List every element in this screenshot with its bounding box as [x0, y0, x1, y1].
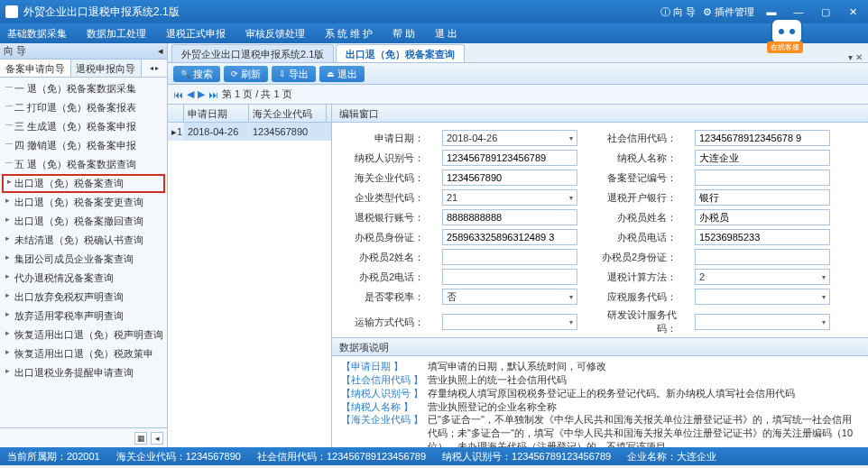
nav-tree-item[interactable]: 未结清退（免）税确认书查询	[2, 231, 165, 250]
qylx-select[interactable]: 21▾	[442, 189, 577, 206]
status-hq: 海关企业代码：1234567890	[116, 450, 241, 463]
grid-header: 申请日期 海关企业代码	[168, 105, 331, 123]
nsrsbh-input[interactable]	[442, 150, 577, 166]
nav-tree-item[interactable]: 五 退（免）税备案数据查询	[2, 155, 165, 174]
bsdh-label: 办税员电话：	[596, 231, 677, 244]
nsrmc-input[interactable]	[695, 150, 830, 166]
tskh-input[interactable]	[695, 189, 830, 206]
export-button[interactable]: ⇩导出	[272, 66, 316, 82]
menu-item[interactable]: 审核反馈处理	[245, 27, 305, 41]
mascot-badge: 在线客服	[767, 41, 803, 53]
doc-tab-query[interactable]: 出口退（免）税备案查询	[336, 44, 465, 62]
dropdown-icon: ▾	[822, 318, 826, 326]
bsy2dh-input[interactable]	[442, 269, 577, 285]
guide-link[interactable]: ⓘ 向 导	[660, 5, 696, 19]
nav-tree-item[interactable]: 出口退（免）税备案查询	[2, 174, 165, 193]
desc-value: 存量纳税人填写原国税税务登记证上的税务登记代码。新办纳税人填写社会信用代码	[428, 387, 795, 400]
tsjsff-select[interactable]: 2▾	[695, 269, 830, 285]
nav-tree-item[interactable]: 恢复适用出口退（免）税政策申	[2, 344, 165, 363]
nav-tree-item[interactable]: 集团公司成员企业备案查询	[2, 250, 165, 269]
nav-tree-item[interactable]: 出口退（免）税备案变更查询	[2, 193, 165, 212]
desc-title: 数据项说明	[332, 338, 868, 356]
yssw-select[interactable]: ▾	[695, 289, 830, 305]
title-tools: ⓘ 向 导 ⚙ 插件管理 ▬ — ▢ ✕	[660, 5, 863, 19]
shxydm-input[interactable]	[695, 130, 830, 146]
pager-prev-icon[interactable]: ◀	[187, 88, 194, 100]
bssfz-input[interactable]	[442, 229, 577, 245]
plugin-link[interactable]: ⚙ 插件管理	[703, 5, 754, 19]
menu-item[interactable]: 退 出	[435, 27, 457, 41]
bsdh-input[interactable]	[695, 229, 830, 245]
dropdown-icon: ▾	[822, 273, 826, 281]
badjbh-input[interactable]	[695, 170, 830, 186]
pager-last-icon[interactable]: ⏭	[208, 89, 218, 100]
desc-body: 【申请日期 】填写申请的日期，默认系统时间，可修改【社会信用代码 】营业执照上的…	[332, 356, 868, 447]
bsy2sf-label: 办税员2身份证：	[596, 251, 677, 264]
dropdown-icon: ▾	[569, 318, 573, 326]
refresh-icon: ⟳	[231, 66, 238, 82]
nav-tree-item[interactable]: 出口放弃免税权声明查询	[2, 288, 165, 307]
sflsl-select[interactable]: 否▾	[442, 289, 577, 305]
bsy2xm-input[interactable]	[442, 249, 577, 265]
nav-footer-btn[interactable]: ▦	[134, 432, 147, 445]
pager: ⏮ ◀ ▶ ⏭ 第 1 页 / 共 1 页	[168, 85, 868, 105]
exit-icon: ⏏	[327, 66, 335, 82]
pager-first-icon[interactable]: ⏮	[173, 89, 183, 100]
menu-item[interactable]: 退税正式申报	[166, 27, 226, 41]
nav-tab-filing[interactable]: 备案申请向导	[0, 60, 71, 77]
desc-key: 【申请日期 】	[341, 360, 428, 373]
nav-tree-item[interactable]: 一 退（免）税备案数据采集	[2, 79, 165, 98]
yffw-select[interactable]: ▾	[695, 314, 830, 330]
nav-tab-right-icon[interactable]: ▸	[155, 64, 159, 72]
mascot[interactable]: 在线客服	[760, 18, 814, 63]
pager-next-icon[interactable]: ▶	[198, 88, 205, 100]
desc-row: 【海关企业代码 】已"多证合一"，不单独制发《中华人民共和国海关报关单位注册登记…	[341, 413, 859, 447]
nav-tree-item[interactable]: 四 撤销退（免）税备案申报	[2, 136, 165, 155]
bsy2sf-input[interactable]	[695, 249, 830, 265]
menu-item[interactable]: 数据加工处理	[87, 27, 146, 41]
nav-tab-refund[interactable]: 退税申报向导	[71, 60, 143, 77]
bsyxm-input[interactable]	[695, 209, 830, 225]
bsy2dh-label: 办税员2电话：	[343, 271, 424, 284]
form-panel: 编辑窗口 申请日期： 2018-04-26▾ 社会信用代码： 纳税人识别号： 纳…	[332, 105, 868, 447]
doc-tabs-close-icon[interactable]: ▾ ✕	[848, 52, 863, 62]
desc-key: 【纳税人识别号 】	[341, 387, 428, 400]
hqdm-input[interactable]	[442, 170, 577, 186]
apply-date-input[interactable]: 2018-04-26▾	[442, 130, 577, 146]
gear-icon: ⚙	[703, 6, 712, 17]
nav-tab-left-icon[interactable]: ◂	[150, 64, 153, 72]
search-button[interactable]: 🔍搜索	[173, 66, 220, 82]
nav-tree-item[interactable]: 放弃适用零税率声明查询	[2, 307, 165, 326]
maximize-button[interactable]: ▢	[816, 6, 836, 18]
nav-tree-item[interactable]: 出口退（免）税备案撤回查询	[2, 212, 165, 231]
nav-tree-item[interactable]: 出口退税业务提醒申请查询	[2, 363, 165, 382]
nav-tree-item[interactable]: 恢复适用出口退（免）税声明查询	[2, 326, 165, 344]
nav-collapse-icon[interactable]: ◂	[158, 45, 163, 57]
toolbar: 🔍搜索 ⟳刷新 ⇩导出 ⏏退出	[168, 63, 868, 85]
grid-col-date[interactable]: 申请日期	[184, 105, 249, 122]
nav-tree-item[interactable]: 二 打印退（免）税备案报表	[2, 98, 165, 117]
grid-col-code[interactable]: 海关企业代码	[249, 105, 327, 122]
nsrmc-label: 纳税人名称：	[596, 151, 677, 165]
tsjsff-label: 退税计算方法：	[596, 271, 677, 284]
menu-item[interactable]: 系 统 维 护	[325, 27, 373, 41]
window-prev-button[interactable]: ▬	[762, 6, 781, 17]
tsyh-input[interactable]	[442, 209, 577, 225]
desc-key: 【社会信用代码 】	[341, 373, 428, 387]
status-bar: 当前所属期：202001 海关企业代码：1234567890 社会信用代码：12…	[0, 447, 868, 465]
exit-button[interactable]: ⏏退出	[319, 66, 365, 82]
grid-row[interactable]: ▸1 2018-04-26 1234567890	[168, 123, 331, 141]
tsyh-label: 退税银行账号：	[343, 211, 424, 225]
menu-item[interactable]: 基础数据采集	[7, 27, 67, 41]
doc-tab-home[interactable]: 外贸企业出口退税申报系统2.1版	[171, 44, 334, 62]
minimize-button[interactable]: —	[789, 6, 808, 17]
tskh-label: 退税开户银行：	[596, 191, 677, 205]
ysfs-select[interactable]: ▾	[442, 314, 577, 330]
refresh-button[interactable]: ⟳刷新	[224, 66, 268, 82]
menu-item[interactable]: 帮 助	[392, 27, 415, 41]
nav-panel: 向 导 ◂ 备案申请向导 退税申报向导 ◂ ▸ 一 退（免）税备案数据采集二 打…	[0, 43, 168, 447]
close-button[interactable]: ✕	[843, 6, 863, 18]
nav-footer-btn[interactable]: ◂	[151, 432, 163, 445]
nav-tree-item[interactable]: 三 生成退（免）税备案申报	[2, 117, 165, 136]
nav-tree-item[interactable]: 代办退税情况备案查询	[2, 269, 165, 288]
